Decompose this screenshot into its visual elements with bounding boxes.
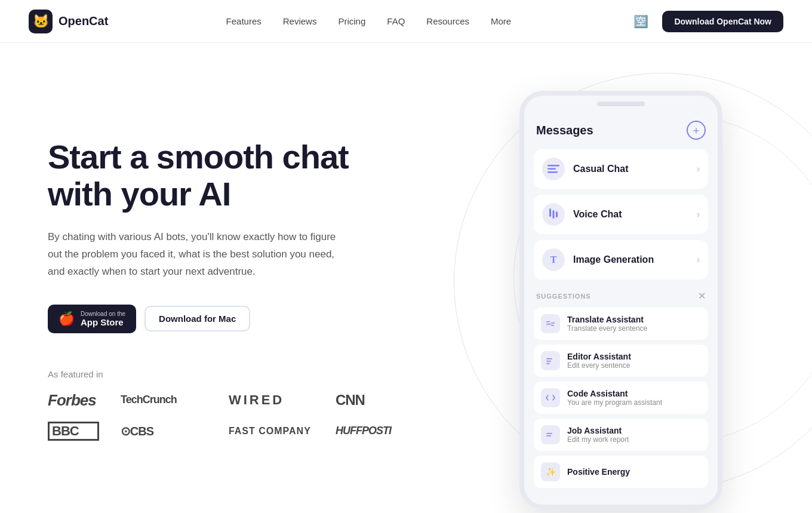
hero-title: Start a smooth chat with your AI (48, 139, 394, 212)
svg-rect-1 (548, 165, 559, 167)
nav-item-more[interactable]: More (491, 16, 511, 26)
chevron-right-icon-voice: › (697, 209, 700, 220)
svg-rect-9 (551, 322, 555, 324)
suggestion-icon-job (541, 425, 560, 444)
suggestion-desc-editor: Edit every sentence (567, 361, 701, 370)
suggestion-title-job: Job Assistant (567, 426, 701, 435)
phone-notch (597, 102, 645, 106)
suggestion-title-code: Code Assistant (567, 389, 701, 398)
suggestion-title-energy: Positive Energy (567, 467, 701, 477)
phone-mockup: Messages ＋ Casual Chat › (519, 91, 722, 509)
appstore-label-small: Download on the (81, 311, 125, 317)
suggestion-icon-editor (541, 351, 560, 370)
svg-rect-3 (548, 171, 558, 173)
download-opencat-button[interactable]: Download OpenCat Now (662, 11, 783, 32)
download-mac-button[interactable]: Download for Mac (144, 306, 250, 331)
appstore-label-big: App Store (81, 317, 125, 327)
hero-section: Start a smooth chat with your AI By chat… (0, 43, 812, 513)
logo[interactable]: 🐱 OpenCat (29, 10, 108, 33)
nav-item-reviews[interactable]: Reviews (283, 16, 317, 26)
svg-text:TechCrunch: TechCrunch (121, 394, 177, 406)
svg-rect-5 (553, 210, 555, 219)
logo-cnn: CNN (336, 392, 394, 408)
svg-rect-4 (549, 208, 551, 217)
featured-label: As featured in (48, 369, 394, 379)
chat-name-image: Image Generation (573, 254, 697, 265)
suggestion-desc-translate: Translate every sentence (567, 324, 701, 333)
nav-links: Features Reviews Pricing FAQ Resources M… (226, 16, 512, 27)
svg-rect-6 (556, 211, 558, 217)
language-icon: 🈳 (633, 14, 648, 29)
suggestions-header: SUGGESTIONS ✕ (534, 285, 708, 308)
appstore-button[interactable]: 🍎 Download on the App Store (48, 305, 136, 333)
logo-text: OpenCat (59, 14, 108, 28)
hero-cta: 🍎 Download on the App Store Download for… (48, 305, 394, 333)
chevron-right-icon-casual: › (697, 164, 700, 174)
chat-row-casual[interactable]: Casual Chat › (534, 149, 708, 189)
suggestion-desc-code: You are my program assistant (567, 398, 701, 407)
suggestion-editor[interactable]: Editor Assistant Edit every sentence (534, 345, 708, 377)
logo-wired: WIRED (229, 392, 314, 408)
featured-logos: Forbes TechCrunch WIRED CNN BBC ⊙CBS FAS… (48, 391, 394, 441)
hero-description: By chating with various AI bots, you'll … (48, 229, 346, 281)
svg-rect-7 (546, 321, 550, 322)
suggestions-close-button[interactable]: ✕ (698, 290, 706, 302)
suggestion-translate[interactable]: Translate Assistant Translate every sent… (534, 308, 708, 340)
chat-icon-voice (542, 203, 565, 226)
suggestions-label: SUGGESTIONS (536, 293, 591, 300)
svg-rect-15 (546, 435, 551, 437)
logo-techcrunch: TechCrunch (121, 392, 207, 408)
phone-add-button[interactable]: ＋ (687, 121, 706, 140)
chat-row-image[interactable]: T Image Generation › (534, 240, 708, 279)
language-switcher-button[interactable]: 🈳 (629, 10, 653, 33)
suggestion-icon-energy: ✨ (541, 462, 560, 481)
chat-name-voice: Voice Chat (573, 209, 697, 220)
svg-rect-14 (546, 433, 552, 434)
phone-mockup-container: Messages ＋ Casual Chat › (519, 91, 740, 509)
nav-item-faq[interactable]: FAQ (387, 16, 405, 26)
logo-fastcompany: FAST COMPANY (229, 426, 314, 437)
suggestion-code[interactable]: Code Assistant You are my program assist… (534, 382, 708, 414)
suggestion-energy[interactable]: ✨ Positive Energy (534, 456, 708, 488)
suggestion-desc-job: Edit my work report (567, 435, 701, 444)
svg-rect-10 (551, 325, 554, 326)
nav-right: 🈳 Download OpenCat Now (629, 10, 783, 33)
svg-rect-11 (546, 358, 552, 360)
suggestion-icon-translate (541, 314, 560, 333)
nav-item-resources[interactable]: Resources (426, 16, 469, 26)
phone-screen: Messages ＋ Casual Chat › (524, 106, 718, 505)
logo-huffpost: HUFFPOSTI (336, 425, 394, 437)
suggestion-title-editor: Editor Assistant (567, 352, 701, 361)
chat-icon-casual (542, 158, 565, 180)
svg-rect-8 (546, 324, 551, 325)
svg-rect-12 (546, 361, 551, 362)
chat-icon-image: T (542, 248, 565, 271)
logo-bbc: BBC (48, 422, 99, 441)
apple-icon: 🍎 (59, 311, 75, 327)
chat-name-casual: Casual Chat (573, 164, 697, 174)
hero-left: Start a smooth chat with your AI By chat… (48, 91, 394, 441)
techcrunch-svg: TechCrunch (121, 392, 204, 406)
svg-rect-2 (548, 168, 556, 170)
phone-messages-title: Messages (536, 124, 593, 137)
suggestion-job[interactable]: Job Assistant Edit my work report (534, 419, 708, 451)
logo-icon: 🐱 (29, 10, 53, 33)
navbar: 🐱 OpenCat Features Reviews Pricing FAQ R… (0, 0, 812, 43)
logo-forbes: Forbes (48, 391, 99, 410)
suggestion-title-translate: Translate Assistant (567, 315, 701, 324)
phone-header: Messages ＋ (534, 116, 708, 149)
suggestion-icon-code (541, 388, 560, 407)
chevron-right-icon-image: › (697, 254, 700, 265)
chat-row-voice[interactable]: Voice Chat › (534, 195, 708, 234)
logo-cbs: ⊙CBS (121, 424, 207, 438)
svg-rect-13 (546, 363, 550, 364)
featured-section: As featured in Forbes TechCrunch WIRED C… (48, 369, 394, 441)
nav-item-pricing[interactable]: Pricing (338, 16, 365, 26)
nav-item-features[interactable]: Features (226, 16, 262, 26)
